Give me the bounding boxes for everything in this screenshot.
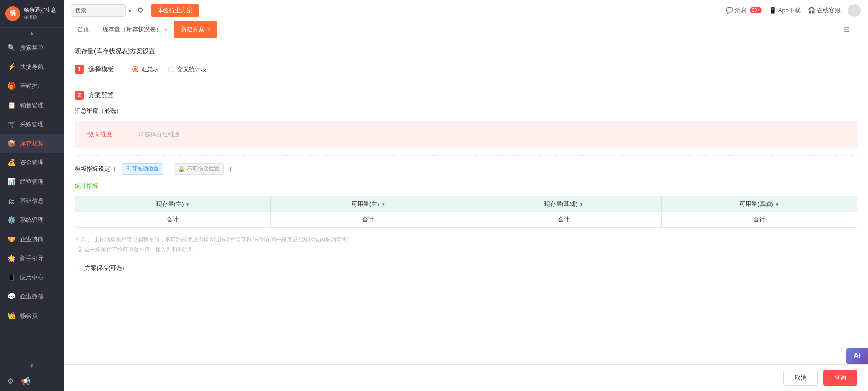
operation-label: 经营管理 <box>20 178 44 186</box>
settings-icon[interactable]: ⚙ <box>7 377 14 386</box>
app-download-action[interactable]: 📱 App下载 <box>769 6 801 15</box>
stats-col-header-2[interactable]: 现存量(基辅)▾ <box>466 196 662 212</box>
sidebar-item-operation[interactable]: 📊经营管理 <box>0 172 64 191</box>
main-container: ▾ ⚙ 体验行业方案 💬 消息 99+ 📱 App下载 🎧 在线客服 首页 <box>64 0 868 391</box>
shortcut-label: 快捷导航 <box>20 63 44 71</box>
dimension-vertical-label: *纵向维度 <box>86 130 112 139</box>
tab-minimize-icon[interactable]: ⊟ <box>844 25 850 34</box>
sidebar-item-search-menu[interactable]: 🔍搜索菜单 <box>0 38 64 57</box>
header-right: 💬 消息 99+ 📱 App下载 🎧 在线客服 <box>726 4 861 17</box>
enterprise-label: 企业协同 <box>20 235 44 243</box>
stats-col-body-1: 合计 <box>271 212 466 227</box>
stats-col-header-1[interactable]: 可用量(主)▾ <box>271 196 466 212</box>
page-title: 现存量(库存状况表)方案设置 <box>75 47 857 56</box>
tip-1-text: 1.拖动标题栏可以调整布局，不可跨维度或指标区域拖动栏目字段(只能在同一维度或指… <box>95 235 349 245</box>
save-label: 方案保存(可选) <box>85 264 124 272</box>
sidebar-item-inventory[interactable]: 📦库存核算 <box>0 134 64 153</box>
speaker-icon[interactable]: 📢 <box>21 377 30 386</box>
stats-table: 现存量(主)▾可用量(主)▾现存量(基辅)▾可用量(基辅)▾ 合计合计合计合计 <box>75 196 857 228</box>
stats-col-1-label: 可用量(主) <box>352 200 379 208</box>
sidebar-item-basic[interactable]: 🗂基础信息 <box>0 191 64 211</box>
search-dropdown-btn[interactable]: ▾ <box>128 4 132 17</box>
dimension-row: *纵向维度 —— 请选择分组维度 <box>86 130 846 139</box>
sidebar-item-sales[interactable]: 📋销售管理 <box>0 96 64 115</box>
app-download-icon: 📱 <box>769 7 776 14</box>
section1-header: 1 选择模板 汇总表 交叉统计表 <box>75 65 857 74</box>
stats-col-1-chevron: ▾ <box>382 201 385 207</box>
sidebar-item-member[interactable]: 👑畅会员 <box>0 306 64 325</box>
basic-label: 基础信息 <box>20 197 44 205</box>
app-name: 畅康通好生意 <box>24 7 56 14</box>
ai-float-button[interactable]: Ai <box>846 348 868 364</box>
query-button[interactable]: 查询 <box>823 370 857 386</box>
cancel-button[interactable]: 取消 <box>783 370 818 386</box>
sidebar-item-wechat[interactable]: 💬企业微信 <box>0 287 64 306</box>
basic-icon: 🗂 <box>7 197 15 205</box>
message-action[interactable]: 💬 消息 99+ <box>726 6 762 15</box>
save-option: 方案保存(可选) <box>75 264 857 272</box>
radio-cross-circle <box>168 66 174 72</box>
member-icon: 👑 <box>7 312 15 320</box>
tip-label: 提示： <box>75 235 91 245</box>
stats-col-body-0: 合计 <box>75 212 271 227</box>
radio-summary-circle <box>132 66 138 72</box>
finance-label: 资金管理 <box>20 159 44 167</box>
section1-label: 选择模板 <box>88 65 114 73</box>
tab-expand-icon[interactable]: ⛶ <box>853 26 861 34</box>
app-download-label: App下载 <box>778 6 801 15</box>
stats-col-3-label: 可用量(基辅) <box>740 200 773 208</box>
dimension-dash: —— <box>119 131 131 138</box>
search-input[interactable] <box>71 4 126 17</box>
tab-inventory[interactable]: 现存量（库存状况表） × <box>96 21 174 38</box>
header-gear-icon[interactable]: ⚙ <box>137 6 143 15</box>
dimension-placeholder[interactable]: 请选择分组维度 <box>138 130 180 139</box>
radio-summary[interactable]: 汇总表 <box>132 65 159 73</box>
sidebar-scroll-up[interactable]: ▲ <box>0 28 64 38</box>
save-checkbox[interactable] <box>75 265 81 271</box>
message-badge: 99+ <box>750 7 762 13</box>
stats-col-header-0[interactable]: 现存量(主)▾ <box>75 196 271 212</box>
tab-home-label: 首页 <box>77 26 89 34</box>
dimension-required-area: *纵向维度 —— 请选择分组维度 <box>75 121 857 148</box>
message-icon: 💬 <box>726 7 733 14</box>
section-1: 1 选择模板 汇总表 交叉统计表 <box>75 65 857 74</box>
wechat-icon: 💬 <box>7 293 15 301</box>
tab-new-plan[interactable]: 新建方案 × <box>174 21 217 38</box>
sidebar-item-newguide[interactable]: 🌟新手引导 <box>0 249 64 268</box>
sidebar-item-system[interactable]: ⚙️系统管理 <box>0 211 64 230</box>
indicator-settings-prefix: 模板指标设定（ <box>75 165 116 173</box>
template-radio-group: 汇总表 交叉统计表 <box>132 65 207 73</box>
stats-section: 统计指标 现存量(主)▾可用量(主)▾现存量(基辅)▾可用量(基辅)▾ 合计合计… <box>75 182 857 228</box>
trial-btn[interactable]: 体验行业方案 <box>151 4 199 17</box>
tip-row-2: 2. 点击标题栏下拉可设置排序、插入列和删除列 <box>75 245 857 255</box>
appstore-icon: 📱 <box>7 273 15 282</box>
tab-home[interactable]: 首页 <box>71 21 96 38</box>
sales-icon: 📋 <box>7 101 15 109</box>
marketing-label: 营销推广 <box>20 82 44 90</box>
sidebar-item-enterprise[interactable]: 🤝企业协同 <box>0 230 64 249</box>
sidebar-item-shortcut[interactable]: ⚡快捷导航 <box>0 57 64 77</box>
stats-col-0-label: 现存量(主) <box>156 200 184 208</box>
sidebar-scroll-down[interactable]: ▼ <box>0 360 64 371</box>
sidebar-item-appstore[interactable]: 📱应用中心 <box>0 268 64 287</box>
drag-handle-icon: ⠿ <box>126 166 130 172</box>
sidebar-item-finance[interactable]: 💰资金管理 <box>0 153 64 172</box>
sidebar-item-purchase[interactable]: 🛒采购管理 <box>0 115 64 134</box>
appstore-label: 应用中心 <box>20 273 44 282</box>
sidebar-nav: 🔍搜索菜单⚡快捷导航🎁营销推广📋销售管理🛒采购管理📦库存核算💰资金管理📊经营管理… <box>0 38 64 360</box>
tab-new-plan-close[interactable]: × <box>207 26 210 33</box>
sidebar-logo: 畅 畅康通好生意 标准版 <box>0 0 64 28</box>
app-sub: 标准版 <box>24 14 56 21</box>
user-avatar[interactable] <box>848 4 861 17</box>
search-menu-label: 搜索菜单 <box>20 44 44 52</box>
tab-new-plan-label: 新建方案 <box>181 26 204 34</box>
section2-num: 2 <box>75 91 84 100</box>
stats-col-header-3[interactable]: 可用量(基辅)▾ <box>662 196 857 212</box>
shortcut-icon: ⚡ <box>7 63 15 71</box>
tab-inventory-close[interactable]: × <box>164 26 168 33</box>
tip-row-1: 提示： 1.拖动标题栏可以调整布局，不可跨维度或指标区域拖动栏目字段(只能在同一… <box>75 235 857 245</box>
online-service-action[interactable]: 🎧 在线客服 <box>808 6 841 15</box>
radio-cross[interactable]: 交叉统计表 <box>168 65 207 73</box>
sidebar-item-marketing[interactable]: 🎁营销推广 <box>0 77 64 96</box>
system-label: 系统管理 <box>20 216 44 224</box>
